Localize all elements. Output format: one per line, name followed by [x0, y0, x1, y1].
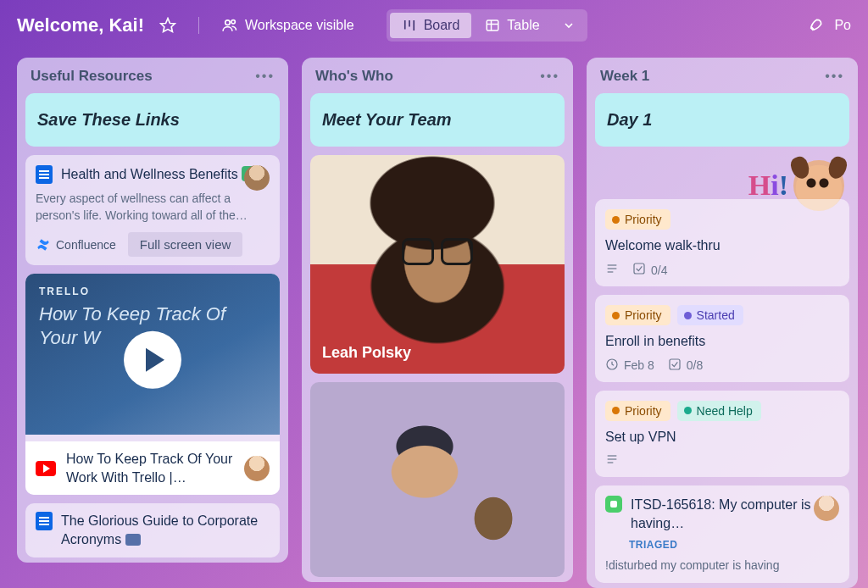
card-title: How To Keep Track Of Your Work With Trel…	[66, 450, 234, 486]
label-started[interactable]: Started	[677, 305, 743, 325]
checklist-badge: 0/8	[668, 358, 703, 374]
view-tab-board-label: Board	[424, 18, 460, 33]
youtube-icon	[36, 461, 56, 476]
document-icon	[36, 512, 53, 530]
card-person-leah[interactable]: Leah Polsky	[310, 155, 565, 374]
description-icon	[605, 452, 619, 469]
view-tab-board[interactable]: Board	[390, 13, 472, 38]
card-acronyms-guide[interactable]: The Glorious Guide to Corporate Acronyms	[25, 503, 280, 557]
star-button[interactable]	[151, 12, 185, 39]
card-person-2[interactable]	[310, 382, 565, 577]
label-priority[interactable]: Priority	[605, 305, 670, 325]
heading-card-save-links[interactable]: Save These Links	[25, 93, 280, 147]
list-whos-who: Who's Who ••• Meet Your Team Leah Polsky	[302, 58, 573, 582]
card-title: ITSD-165618: My computer is having…	[631, 496, 839, 532]
card-health-wellness[interactable]: Health and Wellness Benefits Every aspec…	[25, 155, 280, 265]
board-title: Welcome, Kai!	[17, 14, 144, 36]
star-icon	[159, 17, 176, 34]
due-date-badge[interactable]: Feb 8	[605, 358, 654, 374]
card-description: Every aspect of wellness can affect a pe…	[36, 191, 270, 224]
document-icon	[36, 165, 53, 184]
card-title: Enroll in benefits	[605, 332, 839, 351]
card-welcome-walkthru[interactable]: Priority Welcome walk-thru 0/4	[595, 199, 849, 286]
member-avatar[interactable]	[244, 165, 270, 191]
description-icon	[605, 262, 619, 278]
svg-rect-6	[487, 20, 499, 31]
glasses-graphic	[402, 238, 473, 265]
source-label: Confluence	[56, 238, 116, 252]
list-menu-button[interactable]: •••	[540, 69, 559, 84]
fullscreen-button[interactable]: Full screen view	[128, 232, 243, 257]
confluence-icon	[36, 237, 51, 252]
description-badge	[605, 262, 619, 278]
header-right: Po	[807, 17, 851, 34]
confluence-badge[interactable]: Confluence	[36, 237, 116, 252]
person-photo	[310, 382, 565, 577]
list-title[interactable]: Week 1	[600, 68, 649, 85]
label-need-help[interactable]: Need Help	[677, 401, 761, 421]
triaged-label: TRIAGED	[629, 539, 839, 551]
card-description: !disturbed my computer is having	[605, 557, 839, 574]
card-title: Set up VPN	[605, 428, 839, 447]
header-divider	[198, 17, 199, 34]
board-icon	[402, 18, 417, 33]
view-switcher: Board Table	[387, 9, 587, 42]
hi-sticker: Hi!	[748, 169, 788, 202]
person-photo: Leah Polsky	[310, 155, 565, 374]
list-week-1: Week 1 ••• Day 1 Hi! Priority Welcome wa…	[587, 58, 858, 588]
list-title[interactable]: Who's Who	[315, 68, 393, 85]
card-title: Health and Wellness Benefits	[61, 165, 257, 184]
list-menu-button[interactable]: •••	[825, 69, 844, 84]
board-header: Welcome, Kai! Workspace visible Board Ta…	[0, 0, 868, 51]
view-tab-table[interactable]: Table	[473, 13, 551, 38]
card-video-trello[interactable]: TRELLO How To Keep Track Of Your W How T…	[25, 274, 280, 495]
member-avatar[interactable]	[244, 456, 270, 481]
chevron-down-icon	[562, 19, 576, 32]
view-dropdown[interactable]	[554, 14, 584, 37]
card-enroll-benefits[interactable]: Priority Started Enroll in benefits Feb …	[595, 295, 849, 382]
visibility-button[interactable]: Workspace visible	[213, 12, 363, 39]
video-cover[interactable]: TRELLO How To Keep Track Of Your W	[25, 274, 280, 435]
visibility-label: Workspace visible	[245, 18, 354, 33]
people-icon	[221, 17, 238, 34]
description-badge	[605, 452, 619, 469]
list-useful-resources: Useful Resources ••• Save These Links He…	[17, 58, 288, 563]
emoji-icon	[125, 534, 141, 546]
label-priority[interactable]: Priority	[605, 209, 670, 230]
checklist-icon	[632, 262, 646, 278]
heading-card-day-1[interactable]: Day 1	[595, 93, 849, 147]
heading-card-meet-team[interactable]: Meet Your Team	[310, 93, 565, 147]
card-itsd-ticket[interactable]: ITSD-165618: My computer is having… TRIA…	[595, 485, 849, 583]
list-menu-button[interactable]: •••	[255, 69, 275, 84]
card-title: Welcome walk-thru	[605, 236, 839, 255]
video-brand: TRELLO	[39, 286, 266, 297]
list-title[interactable]: Useful Resources	[31, 68, 153, 85]
table-icon	[485, 18, 500, 33]
header-right-cutoff: Po	[834, 18, 851, 33]
play-icon[interactable]	[124, 331, 181, 389]
service-desk-icon	[605, 496, 622, 513]
person-name: Leah Polsky	[322, 344, 411, 362]
checklist-badge: 0/4	[632, 262, 667, 278]
board-canvas[interactable]: Useful Resources ••• Save These Links He…	[0, 51, 868, 588]
svg-marker-0	[161, 19, 175, 32]
checklist-icon	[668, 358, 682, 374]
svg-point-2	[231, 20, 235, 24]
svg-rect-12	[634, 263, 644, 274]
card-setup-vpn[interactable]: Priority Need Help Set up VPN	[595, 391, 849, 478]
clock-icon	[605, 358, 619, 374]
card-title: The Glorious Guide to Corporate Acronyms	[61, 512, 270, 548]
svg-rect-14	[670, 359, 680, 369]
rocket-icon[interactable]	[807, 17, 824, 34]
label-priority[interactable]: Priority	[605, 401, 670, 421]
view-tab-table-label: Table	[507, 18, 539, 33]
svg-point-1	[225, 20, 231, 25]
